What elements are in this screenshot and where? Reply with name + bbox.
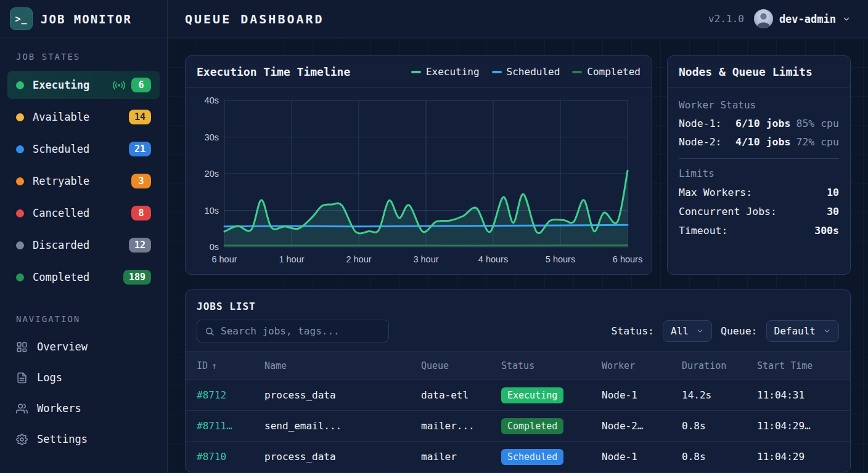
status-badge: Scheduled	[501, 449, 563, 465]
job-id-link[interactable]: #8710	[197, 451, 264, 463]
sidebar-item-label: Discarded	[33, 239, 89, 251]
svg-text:3 hour: 3 hour	[413, 254, 438, 264]
chart-legend: Executing Scheduled Completed	[411, 66, 641, 78]
sidebar-item-available[interactable]: Available 14	[7, 103, 160, 131]
limit-value: 30	[827, 206, 839, 217]
sidebar-item-executing[interactable]: Executing 6	[7, 71, 160, 99]
status-filter-select[interactable]: All	[663, 320, 712, 342]
live-broadcast-icon	[112, 81, 126, 90]
legend-executing[interactable]: Executing	[411, 66, 480, 78]
limit-value: 10	[827, 187, 839, 198]
version-label: v2.1.0	[708, 13, 744, 25]
dashboard-grid-icon	[16, 341, 28, 353]
navigation-section-label: NAVIGATION	[16, 314, 151, 324]
queue-filter-value: Default	[774, 325, 816, 337]
table-row[interactable]: #8711… send_email... mailer... Completed…	[186, 410, 850, 441]
column-header-queue[interactable]: Queue	[421, 360, 501, 371]
sidebar-item-retryable[interactable]: Retryable 3	[7, 167, 160, 195]
queue-filter-select[interactable]: Default	[766, 320, 839, 342]
document-icon	[16, 372, 28, 384]
nav-item-label: Logs	[37, 371, 62, 384]
cell-name: send_email...	[264, 420, 421, 432]
discarded-dot	[16, 241, 24, 249]
svg-text:5 hours: 5 hours	[546, 254, 575, 264]
column-header-status[interactable]: Status	[501, 360, 602, 371]
table-row[interactable]: #8710 process_data mailer Scheduled Node…	[186, 441, 850, 472]
count-badge: 14	[129, 110, 151, 124]
search-input[interactable]	[221, 325, 381, 337]
timeline-panel: Execution Time Timeline Executing Schedu…	[185, 55, 652, 275]
cell-name: process_data	[264, 389, 421, 401]
legend-completed[interactable]: Completed	[572, 66, 641, 78]
cell-duration: 0.8s	[682, 451, 757, 463]
divider	[679, 158, 839, 159]
cell-start-time: 11:04:31	[757, 389, 850, 401]
sidebar-item-discarded[interactable]: Discarded 12	[7, 231, 160, 259]
limit-label: Concurrent Jobs:	[679, 206, 777, 217]
cell-worker: Node-1	[602, 389, 682, 401]
nav-item-label: Workers	[37, 402, 81, 414]
column-header-start-time[interactable]: Start Time	[757, 360, 850, 371]
column-header-worker[interactable]: Worker	[602, 360, 682, 371]
status-badge: Completed	[501, 418, 563, 434]
queue-filter-label: Queue:	[721, 325, 758, 337]
column-header-duration[interactable]: Duration	[682, 360, 757, 371]
search-box	[197, 320, 389, 342]
cell-status: Scheduled	[501, 449, 602, 465]
sidebar-item-settings[interactable]: Settings	[7, 426, 160, 453]
cell-queue: data-etl	[421, 389, 501, 401]
cell-worker: Node-1	[602, 451, 682, 463]
user-menu[interactable]: dev-admin	[754, 9, 851, 28]
sort-arrow-icon: ↑	[211, 360, 217, 371]
cell-worker: Node-2…	[602, 420, 682, 432]
app-title: JOB MONITOR	[41, 12, 132, 26]
sidebar-item-cancelled[interactable]: Cancelled 8	[7, 199, 160, 227]
users-icon	[16, 403, 28, 414]
nodes-panel: Nodes & Queue Limits Worker Status Node-…	[667, 55, 851, 275]
svg-text:10s: 10s	[205, 206, 219, 216]
legend-scheduled[interactable]: Scheduled	[492, 66, 560, 78]
legend-label: Scheduled	[507, 66, 560, 78]
column-header-id[interactable]: ID↑	[197, 360, 264, 371]
sidebar-item-workers[interactable]: Workers	[7, 395, 160, 422]
count-badge: 21	[129, 142, 151, 156]
chevron-down-icon	[696, 327, 704, 335]
worker-status-label: Worker Status	[679, 99, 839, 111]
sidebar-item-logs[interactable]: Logs	[7, 364, 160, 391]
sidebar-item-overview[interactable]: Overview	[7, 333, 160, 360]
available-dot	[16, 113, 24, 121]
sidebar-item-scheduled[interactable]: Scheduled 21	[7, 135, 160, 163]
table-row[interactable]: #8712 process_data data-etl Executing No…	[186, 379, 850, 410]
job-states-section-label: JOB STATES	[16, 52, 151, 62]
limit-row: Concurrent Jobs: 30	[679, 206, 839, 217]
chevron-down-icon	[842, 15, 851, 23]
sidebar-item-label: Scheduled	[33, 143, 89, 155]
nav-item-label: Overview	[37, 341, 88, 353]
limit-label: Timeout:	[679, 225, 727, 236]
top-header: QUEUE DASHBOARD v2.1.0 dev-admin	[168, 0, 868, 38]
column-header-name[interactable]: Name	[264, 360, 421, 371]
legend-label: Executing	[426, 66, 480, 78]
job-id-link[interactable]: #8711…	[197, 420, 264, 432]
cell-name: process_data	[264, 451, 421, 463]
chevron-down-icon	[823, 327, 831, 335]
logo-glyph: >_	[15, 14, 27, 25]
search-icon	[205, 326, 215, 336]
limits-label: Limits	[679, 168, 839, 179]
cell-duration: 14.2s	[682, 389, 757, 401]
sidebar-item-label: Cancelled	[33, 207, 89, 219]
table-header: ID↑ Name Queue Status Worker Duration St…	[186, 351, 850, 379]
cell-start-time: 11:04:29…	[757, 420, 850, 432]
job-id-link[interactable]: #8712	[197, 389, 264, 401]
sidebar-item-label: Completed	[33, 271, 89, 283]
sidebar: >_ JOB MONITOR JOB STATES Executing 6 Av…	[0, 0, 168, 473]
gear-icon	[16, 434, 28, 445]
cell-status: Executing	[501, 387, 602, 403]
status-filter-label: Status:	[612, 325, 655, 337]
node-name: Node-2:	[679, 136, 735, 148]
worker-status-row: Node-2: 4/10 jobs 72% cpu	[679, 136, 839, 148]
status-filter-value: All	[671, 325, 689, 337]
executing-dot	[16, 81, 24, 89]
logo-row: >_ JOB MONITOR	[0, 0, 167, 38]
sidebar-item-completed[interactable]: Completed 189	[7, 263, 160, 291]
